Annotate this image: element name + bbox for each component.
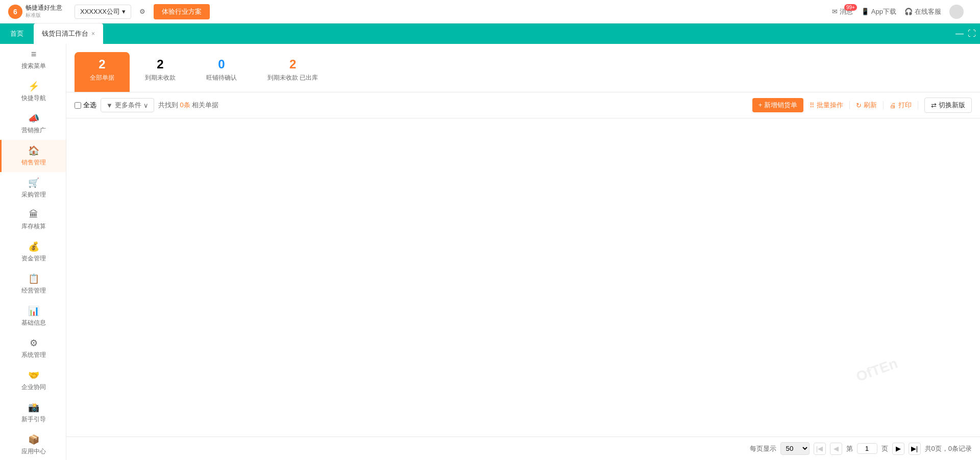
sidebar: ≡ 搜索菜单 ⚡ 快捷导航 📣 营销推广 🏠 销售管理 🛒 采购管理 🏛 库存核… bbox=[0, 44, 66, 460]
stat-card-all[interactable]: 2 全部单据 bbox=[75, 52, 130, 92]
stat-count-all: 2 bbox=[99, 57, 105, 71]
stat-card-overdue-shipped[interactable]: 2 到期未收款 已出库 bbox=[252, 52, 333, 92]
sidebar-item-system[interactable]: ⚙ 系统管理 bbox=[0, 332, 66, 365]
sidebar-label-quicknav: 快捷导航 bbox=[21, 94, 46, 103]
toolbar-right: + 新增销货单 ⠿ 批量操作 ↻ 刷新 🖨 打印 ⇄ 切换 bbox=[752, 98, 972, 113]
appcenter-icon: 📦 bbox=[28, 434, 39, 445]
select-all-input[interactable] bbox=[75, 102, 81, 109]
settings-button[interactable]: ⚙ bbox=[135, 5, 150, 19]
sidebar-item-search[interactable]: ≡ 搜索菜单 bbox=[0, 44, 66, 76]
empty-area bbox=[66, 118, 980, 437]
headset-icon: 🎧 bbox=[904, 8, 913, 15]
refresh-button[interactable]: ↻ 刷新 bbox=[856, 101, 877, 110]
sidebar-label-finance: 资金管理 bbox=[21, 254, 46, 263]
marketing-icon: 📣 bbox=[28, 113, 39, 124]
switch-icon: ⇄ bbox=[931, 102, 937, 109]
filter-chevron-icon: ∨ bbox=[143, 102, 149, 109]
prev-page-button[interactable]: ◀ bbox=[830, 443, 842, 455]
purchase-icon: 🛒 bbox=[28, 177, 39, 188]
sidebar-item-finance[interactable]: 💰 资金管理 bbox=[0, 236, 66, 268]
tab-bar: 首页 钱货日清工作台 × — ⛶ bbox=[0, 23, 980, 44]
refresh-label: 刷新 bbox=[864, 101, 877, 110]
messages-button[interactable]: ✉ 消息 99+ bbox=[832, 7, 853, 16]
app-download-label: App下载 bbox=[871, 7, 896, 16]
logo-icon: 6 bbox=[8, 5, 22, 19]
found-prefix: 共找到 bbox=[158, 101, 178, 109]
last-page-button[interactable]: ▶| bbox=[909, 443, 921, 455]
sidebar-label-guide: 新手引导 bbox=[21, 415, 46, 424]
app-download-button[interactable]: 📱 App下载 bbox=[861, 7, 896, 16]
switch-label: 切换新版 bbox=[939, 101, 965, 110]
toolbar-divider3 bbox=[918, 101, 918, 109]
stat-count-overdue-shipped: 2 bbox=[289, 57, 296, 71]
filter-button[interactable]: ▼ 更多条件 ∨ bbox=[101, 98, 154, 112]
chevron-down-icon: ▾ bbox=[122, 8, 126, 15]
search-menu-icon: ≡ bbox=[31, 49, 37, 60]
sidebar-item-operations[interactable]: 📋 经营管理 bbox=[0, 268, 66, 300]
switch-version-button[interactable]: ⇄ 切换新版 bbox=[924, 98, 972, 113]
next-page-button[interactable]: ▶ bbox=[892, 443, 904, 455]
tab-close-icon[interactable]: × bbox=[91, 30, 95, 37]
refresh-icon: ↻ bbox=[856, 102, 862, 109]
total-label: 共0页，0条记录 bbox=[925, 444, 972, 453]
filter-icon: ▼ bbox=[106, 102, 113, 109]
toolbar: 全选 ▼ 更多条件 ∨ 共找到 0条 相关单据 + 新增销货单 ⠿ 批量操作 bbox=[66, 92, 980, 118]
print-icon: 🖨 bbox=[890, 102, 896, 109]
found-suffix: 相关单据 bbox=[192, 101, 218, 109]
stat-count-overdue: 2 bbox=[157, 57, 163, 71]
sidebar-item-appcenter[interactable]: 📦 应用中心 bbox=[0, 429, 66, 460]
sidebar-label-base: 基础信息 bbox=[21, 319, 46, 327]
sidebar-item-enterprise[interactable]: 🤝 企业协同 bbox=[0, 365, 66, 397]
stat-card-pending[interactable]: 0 旺铺待确认 bbox=[191, 52, 252, 92]
tab-home[interactable]: 首页 bbox=[0, 23, 34, 44]
user-avatar[interactable] bbox=[949, 5, 964, 19]
new-sale-button[interactable]: + 新增销货单 bbox=[752, 98, 803, 112]
top-header: 6 畅捷通好生意 标准版 XXXXXX公司 ▾ ⚙ 体验行业方案 ✉ 消息 99… bbox=[0, 0, 980, 23]
tab-expand-icon[interactable]: ⛶ bbox=[968, 29, 976, 38]
sidebar-item-purchase[interactable]: 🛒 采购管理 bbox=[0, 172, 66, 204]
batch-icon: ⠿ bbox=[810, 102, 815, 109]
sidebar-item-inventory[interactable]: 🏛 库存核算 bbox=[0, 204, 66, 236]
trial-button[interactable]: 体验行业方案 bbox=[154, 4, 210, 19]
batch-label: 批量操作 bbox=[817, 101, 843, 110]
app-name: 畅捷通好生意 bbox=[26, 4, 62, 12]
sidebar-label-operations: 经营管理 bbox=[21, 286, 46, 295]
operations-icon: 📋 bbox=[28, 273, 39, 284]
sidebar-label-appcenter: 应用中心 bbox=[21, 447, 46, 456]
company-selector[interactable]: XXXXXX公司 ▾ bbox=[75, 5, 131, 19]
sidebar-label-marketing: 营销推广 bbox=[21, 126, 46, 135]
sidebar-item-marketing[interactable]: 📣 营销推广 bbox=[0, 108, 66, 140]
toolbar-divider2 bbox=[883, 101, 884, 109]
tab-bar-actions: — ⛶ bbox=[955, 29, 980, 38]
print-label: 打印 bbox=[898, 101, 912, 110]
sidebar-item-guide[interactable]: 📸 新手引导 bbox=[0, 397, 66, 429]
select-all-checkbox[interactable]: 全选 bbox=[75, 101, 96, 110]
print-button[interactable]: 🖨 打印 bbox=[890, 101, 912, 110]
page-size-select[interactable]: 50 20 100 bbox=[780, 442, 810, 455]
page-number-input[interactable] bbox=[857, 443, 877, 454]
page-suffix-label: 页 bbox=[881, 444, 888, 453]
stats-row: 2 全部单据 2 到期未收款 0 旺铺待确认 2 到期未收款 已出库 bbox=[66, 44, 980, 92]
stat-count-pending: 0 bbox=[218, 57, 225, 71]
header-left: 6 畅捷通好生意 标准版 XXXXXX公司 ▾ ⚙ 体验行业方案 bbox=[8, 4, 210, 19]
batch-operation-button[interactable]: ⠿ 批量操作 bbox=[810, 101, 843, 110]
message-icon: ✉ bbox=[832, 8, 838, 15]
sidebar-item-base[interactable]: 📊 基础信息 bbox=[0, 300, 66, 332]
enterprise-icon: 🤝 bbox=[28, 370, 39, 381]
company-name: XXXXXX公司 bbox=[80, 7, 120, 16]
sidebar-item-sales[interactable]: 🏠 销售管理 bbox=[0, 140, 66, 172]
sidebar-item-quicknav[interactable]: ⚡ 快捷导航 bbox=[0, 76, 66, 108]
found-count: 0条 bbox=[180, 101, 190, 109]
inventory-icon: 🏛 bbox=[29, 209, 38, 220]
sidebar-label-system: 系统管理 bbox=[21, 351, 46, 359]
select-all-label: 全选 bbox=[83, 101, 96, 110]
online-service-button[interactable]: 🎧 在线客服 bbox=[904, 7, 941, 16]
content-area: 2 全部单据 2 到期未收款 0 旺铺待确认 2 到期未收款 已出库 全选 bbox=[66, 44, 980, 460]
tab-minimize-icon[interactable]: — bbox=[955, 29, 964, 38]
page-size-label: 每页显示 bbox=[750, 444, 776, 453]
app-version: 标准版 bbox=[26, 12, 62, 19]
tab-active[interactable]: 钱货日清工作台 × bbox=[34, 23, 103, 44]
stat-card-overdue[interactable]: 2 到期未收款 bbox=[130, 52, 191, 92]
online-service-label: 在线客服 bbox=[915, 7, 941, 16]
first-page-button[interactable]: |◀ bbox=[814, 443, 826, 455]
